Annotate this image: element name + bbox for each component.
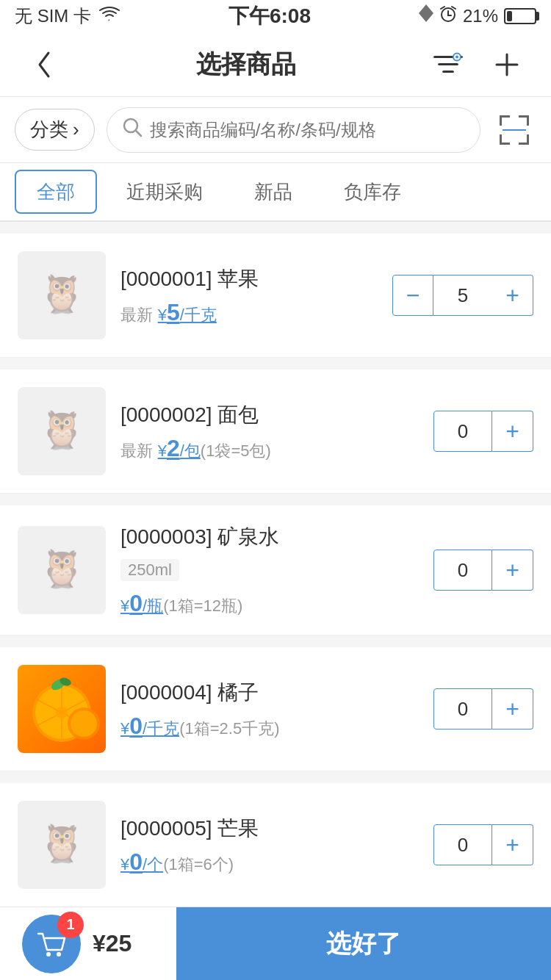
svg-text:🦉: 🦉	[39, 821, 85, 865]
product-price: ¥0/个(1箱=6个)	[120, 849, 419, 876]
list-item: 🦉 [0000003] 矿泉水 250ml ¥0/瓶(1箱=12瓶) +	[0, 505, 551, 635]
nav-bar: 选择商品	[0, 32, 551, 97]
svg-point-32	[46, 952, 51, 956]
product-image	[18, 665, 106, 753]
confirm-button[interactable]: 选好了	[176, 907, 551, 980]
product-name: [0000001] 苹果	[120, 265, 378, 293]
svg-rect-14	[527, 134, 529, 145]
bottom-bar: 1 ¥25 选好了	[0, 907, 551, 980]
quantity-input[interactable]	[433, 275, 492, 316]
tab-all[interactable]: 全部	[15, 170, 97, 214]
svg-rect-8	[500, 115, 502, 126]
list-item: 🦉 [0000001] 苹果 最新 ¥5/千克 − +	[0, 234, 551, 358]
product-image: 🦉	[18, 526, 106, 614]
filter-button[interactable]	[426, 43, 470, 87]
list-item: [0000004] 橘子 ¥0/千克(1箱=2.5千克) +	[0, 647, 551, 771]
product-info: [0000005] 芒果 ¥0/个(1箱=6个)	[120, 815, 419, 876]
product-name: [0000002] 面包	[120, 401, 419, 429]
wifi-icon	[98, 6, 120, 26]
quantity-input[interactable]	[433, 550, 492, 591]
product-spec: 250ml	[120, 559, 179, 581]
nav-left	[22, 43, 66, 87]
cart-button[interactable]: 1	[22, 915, 81, 973]
svg-text:🦉: 🦉	[39, 272, 85, 316]
svg-rect-15	[503, 129, 526, 131]
tab-recent[interactable]: 近期采购	[104, 170, 225, 214]
add-button[interactable]	[485, 43, 529, 87]
item-divider	[0, 494, 551, 505]
search-input[interactable]	[150, 120, 465, 140]
svg-rect-12	[500, 134, 502, 145]
quantity-increase-button[interactable]: +	[492, 688, 533, 729]
status-bar: 无 SIM 卡 下午6:08 21%	[0, 0, 551, 32]
svg-point-28	[71, 710, 97, 737]
quantity-increase-button[interactable]: +	[492, 411, 533, 452]
item-divider	[0, 635, 551, 647]
product-price: 最新 ¥5/千克	[120, 299, 378, 326]
svg-point-24	[56, 707, 68, 718]
svg-text:🦉: 🦉	[39, 408, 85, 452]
product-list: 🦉 [0000001] 苹果 最新 ¥5/千克 − + 🦉 [0000002]	[0, 234, 551, 980]
svg-point-5	[455, 55, 458, 58]
list-item: 🦉 [0000002] 面包 最新 ¥2/包(1袋=5包) +	[0, 370, 551, 494]
tab-negative-stock[interactable]: 负库存	[322, 170, 423, 214]
quantity-increase-button[interactable]: +	[492, 275, 533, 316]
cart-section: 1 ¥25	[0, 907, 176, 980]
quantity-input[interactable]	[433, 824, 492, 865]
tab-bar: 全部 近期采购 新品 负库存	[0, 163, 551, 222]
category-arrow: ›	[73, 118, 79, 141]
alarm-icon	[439, 5, 457, 27]
carrier-text: 无 SIM 卡	[15, 4, 91, 28]
back-button[interactable]	[22, 43, 66, 87]
search-icon	[122, 117, 143, 143]
quantity-control: +	[433, 550, 533, 591]
product-price: 最新 ¥2/包(1袋=5包)	[120, 435, 419, 462]
svg-point-33	[57, 952, 61, 956]
svg-rect-3	[442, 71, 454, 73]
cart-total: ¥25	[93, 930, 132, 957]
product-price: ¥0/千克(1箱=2.5千克)	[120, 713, 419, 740]
quantity-control: +	[433, 411, 533, 452]
svg-text:🦉: 🦉	[39, 547, 85, 591]
quantity-increase-button[interactable]: +	[492, 550, 533, 591]
quantity-control: +	[433, 688, 533, 729]
product-image: 🦉	[18, 251, 106, 339]
svg-rect-2	[438, 63, 458, 65]
svg-rect-10	[527, 115, 529, 126]
category-button[interactable]: 分类 ›	[15, 109, 95, 151]
filter-bar: 分类 ›	[0, 97, 551, 163]
cart-badge: 1	[57, 912, 84, 938]
nav-right	[426, 43, 529, 87]
battery-text: 21%	[463, 6, 498, 26]
quantity-control: − +	[392, 275, 533, 316]
status-time: 下午6:08	[228, 2, 311, 30]
item-divider	[0, 771, 551, 783]
status-right: 21%	[419, 4, 536, 28]
product-info: [0000002] 面包 最新 ¥2/包(1袋=5包)	[120, 401, 419, 462]
product-info: [0000001] 苹果 最新 ¥5/千克	[120, 265, 378, 326]
category-label: 分类	[30, 117, 68, 143]
page-title: 选择商品	[196, 48, 296, 82]
quantity-increase-button[interactable]: +	[492, 824, 533, 865]
scan-button[interactable]	[492, 108, 536, 152]
product-name: [0000004] 橘子	[120, 679, 419, 707]
list-item: 🦉 [0000005] 芒果 ¥0/个(1箱=6个) +	[0, 783, 551, 907]
product-image: 🦉	[18, 387, 106, 475]
product-image: 🦉	[18, 801, 106, 889]
product-name: [0000003] 矿泉水	[120, 523, 419, 551]
quantity-input[interactable]	[433, 688, 492, 729]
product-name: [0000005] 芒果	[120, 815, 419, 843]
tab-new[interactable]: 新品	[232, 170, 314, 214]
quantity-decrease-button[interactable]: −	[392, 275, 433, 316]
product-info: [0000003] 矿泉水 250ml ¥0/瓶(1箱=12瓶)	[120, 523, 419, 617]
product-info: [0000004] 橘子 ¥0/千克(1箱=2.5千克)	[120, 679, 419, 740]
location-icon	[419, 4, 433, 28]
item-divider	[0, 358, 551, 370]
battery-icon	[504, 8, 536, 24]
product-price: ¥0/瓶(1箱=12瓶)	[120, 590, 419, 617]
status-left: 无 SIM 卡	[15, 4, 120, 28]
search-box	[107, 107, 480, 153]
quantity-control: +	[433, 824, 533, 865]
quantity-input[interactable]	[433, 411, 492, 452]
